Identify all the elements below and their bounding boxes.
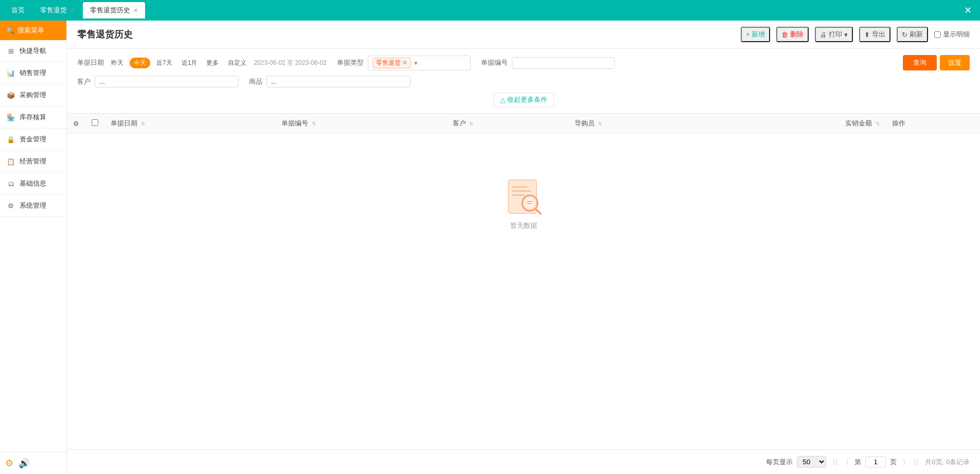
col-settings: ⚙ xyxy=(67,114,85,134)
col-amount: 实销金额 ⇅ xyxy=(715,114,885,134)
sidebar-item-system-mgmt-label: 系统管理 xyxy=(20,201,46,210)
date-btn-yesterday[interactable]: 昨天 xyxy=(108,58,127,68)
tab-home[interactable]: 首页 xyxy=(4,2,32,19)
header-actions: + 新增 🗑 删除 🖨 打印 ▾ ⬆ 导出 ↻ 刷新 xyxy=(741,27,970,42)
customer-select[interactable]: ... xyxy=(95,76,239,87)
export-button[interactable]: ⬆ 导出 xyxy=(859,27,890,42)
col-order-no-sort[interactable]: ⇅ xyxy=(312,121,316,126)
type-filter-remove[interactable]: ✕ xyxy=(402,59,407,66)
tab-retail-return-close[interactable]: ✕ xyxy=(70,7,75,14)
query-button[interactable]: 查询 xyxy=(903,55,937,70)
sidebar-item-quick-nav[interactable]: ⊞ 快捷导航 xyxy=(0,40,66,62)
info-icon: 🗂 xyxy=(6,179,15,188)
prev-page-button[interactable]: ⟨ xyxy=(844,457,850,467)
col-amount-sort[interactable]: ⇅ xyxy=(876,121,880,126)
display-toggle-checkbox[interactable] xyxy=(934,31,941,38)
print-dropdown-icon: ▾ xyxy=(844,31,848,39)
select-all-checkbox[interactable] xyxy=(92,119,98,126)
empty-state-row: 暂无数据 xyxy=(67,134,980,272)
query-actions: 查询 设置 xyxy=(903,55,970,70)
sidebar-item-finance-label: 资金管理 xyxy=(20,135,46,144)
collapse-button[interactable]: △ 收起更多条件 xyxy=(493,93,554,107)
table-settings-icon[interactable]: ⚙ xyxy=(73,120,79,127)
page-number-input[interactable] xyxy=(865,457,886,467)
main-layout: 🔍 搜索菜单 ⊞ 快捷导航 📊 销售管理 📦 采购管理 🏪 库存核算 🔒 xyxy=(0,21,980,474)
filter-order-no: 单据编号 xyxy=(481,57,615,69)
date-btn-more[interactable]: 更多 xyxy=(203,58,222,68)
col-order-no-label: 单据编号 xyxy=(281,119,308,127)
sidebar-item-purchase-mgmt[interactable]: 📦 采购管理 xyxy=(0,84,66,106)
filter-settings-button[interactable]: 设置 xyxy=(940,55,970,70)
filter-row-2: 客户 ... 商品 ... xyxy=(77,76,970,87)
type-filter-arrow: ▾ xyxy=(414,59,418,67)
goods-select[interactable]: ... xyxy=(266,76,411,87)
sidebar-audio-button[interactable]: 🔊 xyxy=(19,458,30,469)
col-amount-label: 实销金额 xyxy=(845,119,872,127)
next-page-button[interactable]: ⟩ xyxy=(901,457,907,467)
col-date-sort[interactable]: ⇅ xyxy=(141,121,145,126)
sidebar-item-basic-info[interactable]: 🗂 基础信息 xyxy=(0,173,66,195)
last-page-button[interactable]: ⟩⟩ xyxy=(912,457,921,467)
sidebar-item-sales-mgmt[interactable]: 📊 销售管理 xyxy=(0,62,66,84)
print-icon: 🖨 xyxy=(820,31,827,39)
first-page-button[interactable]: ⟨⟨ xyxy=(830,457,840,467)
box-icon: 📦 xyxy=(6,90,15,100)
tab-list: 首页 零售退货 ✕ 零售退货历史 ✕ xyxy=(4,2,960,19)
sidebar-item-system-mgmt[interactable]: ⚙ 系统管理 xyxy=(0,195,66,217)
svg-rect-1 xyxy=(512,186,527,188)
sidebar-item-purchase-mgmt-label: 采购管理 xyxy=(20,90,46,100)
sidebar-search[interactable]: 🔍 搜索菜单 xyxy=(0,21,66,40)
total-info: 共0页, 0条记录 xyxy=(925,458,970,467)
export-icon: ⬆ xyxy=(864,31,870,39)
pagination: 每页显示 50 10 20 100 ⟨⟨ ⟨ 第 页 ⟩ ⟩⟩ 共0页, 0条记… xyxy=(67,449,980,474)
filter-goods: 商品 ... xyxy=(249,76,411,87)
date-btn-custom[interactable]: 自定义 xyxy=(225,58,250,68)
col-customer-sort[interactable]: ⇅ xyxy=(469,121,473,126)
col-action: 操作 xyxy=(886,114,980,134)
table-header: ⚙ 单据日期 ⇅ 单据编号 ⇅ xyxy=(67,114,980,134)
svg-rect-0 xyxy=(508,180,537,213)
search-icon: 🔍 xyxy=(6,27,14,34)
table-area: ⚙ 单据日期 ⇅ 单据编号 ⇅ xyxy=(67,114,980,449)
tab-retail-return-history[interactable]: 零售退货历史 ✕ xyxy=(83,2,145,19)
new-button[interactable]: + 新增 xyxy=(741,27,770,42)
print-button[interactable]: 🖨 打印 ▾ xyxy=(815,27,853,42)
page-word: 页 xyxy=(890,458,897,467)
sidebar-settings-button[interactable]: ⚙ xyxy=(5,458,13,469)
order-no-label: 单据编号 xyxy=(481,58,508,67)
svg-rect-3 xyxy=(512,194,525,196)
window-close-button[interactable]: ✕ xyxy=(960,5,976,16)
filter-customer: 客户 ... xyxy=(77,76,239,87)
sidebar-item-finance[interactable]: 🔒 资金管理 xyxy=(0,129,66,151)
tab-retail-return-history-close[interactable]: ✕ xyxy=(133,7,138,14)
goods-label: 商品 xyxy=(249,77,262,86)
display-toggle[interactable]: 显示明细 xyxy=(934,30,970,39)
col-guide: 导购员 ⇅ xyxy=(568,114,715,134)
col-guide-sort[interactable]: ⇅ xyxy=(598,121,602,126)
col-date-label: 单据日期 xyxy=(111,119,137,127)
date-btn-today[interactable]: 今天 xyxy=(130,58,150,68)
date-range-display: 2023-06-02 至 2023-06-02 xyxy=(254,59,326,67)
col-order-no: 单据编号 ⇅ xyxy=(275,114,446,134)
refresh-button[interactable]: ↻ 刷新 xyxy=(897,27,928,42)
col-checkbox xyxy=(85,114,104,134)
date-btn-7days[interactable]: 近7天 xyxy=(153,58,175,68)
type-filter-select[interactable]: 零售退货 ✕ ▾ xyxy=(368,56,471,70)
collapse-icon: △ xyxy=(500,96,505,104)
sidebar-item-operations-label: 经营管理 xyxy=(20,157,46,166)
collapse-row: △ 收起更多条件 xyxy=(77,93,970,107)
top-bar: 首页 零售退货 ✕ 零售退货历史 ✕ ✕ xyxy=(0,0,980,21)
type-filter-value: 零售退货 xyxy=(376,59,401,67)
date-btn-1month[interactable]: 近1月 xyxy=(179,58,201,68)
delete-button[interactable]: 🗑 删除 xyxy=(776,27,809,42)
sidebar-item-inventory[interactable]: 🏪 库存核算 xyxy=(0,106,66,129)
filter-type: 单据类型 零售退货 ✕ ▾ xyxy=(337,56,471,70)
page-title: 零售退货历史 xyxy=(77,28,133,41)
tab-retail-return[interactable]: 零售退货 ✕ xyxy=(33,2,82,19)
refresh-label: 刷新 xyxy=(910,30,923,39)
sidebar-item-operations[interactable]: 📋 经营管理 xyxy=(0,151,66,173)
filter-row-1: 单据日期 昨天 今天 近7天 近1月 更多 自定义 2023-06-02 至 2… xyxy=(77,55,970,70)
sidebar-item-inventory-label: 库存核算 xyxy=(20,113,46,122)
page-size-select[interactable]: 50 10 20 100 xyxy=(797,456,826,468)
order-no-input[interactable] xyxy=(512,57,615,69)
